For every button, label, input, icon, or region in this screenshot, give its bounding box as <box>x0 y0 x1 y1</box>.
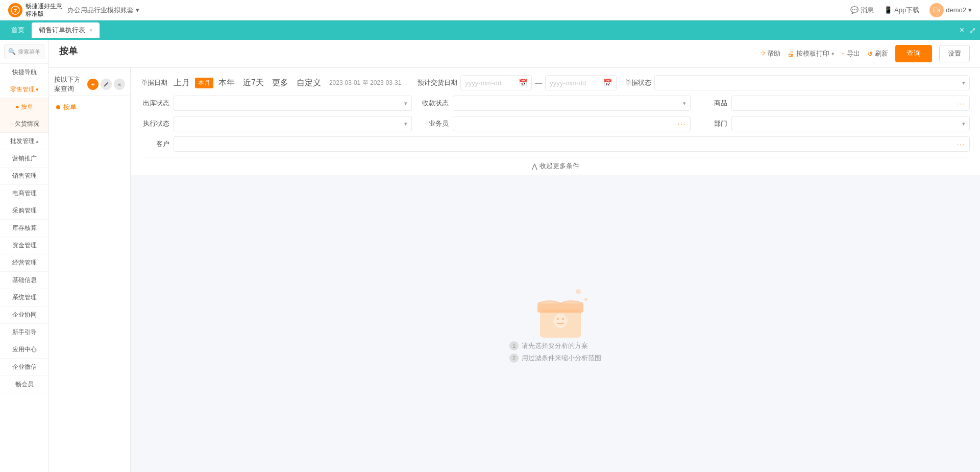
print-btn[interactable]: 🖨 按模板打印 ▾ <box>788 49 835 58</box>
out-stock-label: 出库状态 <box>141 99 169 108</box>
salesman-select[interactable]: ··· <box>453 116 691 131</box>
user-menu[interactable]: Ea demo2 ▾ <box>929 3 972 17</box>
shortcut-this-year[interactable]: 本年 <box>215 77 238 89</box>
sidebar-item-retail[interactable]: 零售管理 ▾ <box>0 81 48 99</box>
svg-rect-3 <box>537 303 583 313</box>
logo-icon <box>8 3 22 17</box>
search-icon: 🔍 <box>8 48 16 55</box>
collection-arrow-icon: ▾ <box>683 100 686 107</box>
sidebar-item-sales[interactable]: 销售管理 <box>0 168 48 185</box>
tab-close-btn[interactable]: × <box>89 27 92 33</box>
scheme-dot <box>56 105 60 109</box>
customer-select[interactable]: ··· <box>174 136 970 152</box>
shortcut-more[interactable]: 更多 <box>269 77 291 89</box>
sidebar-item-app-center[interactable]: 应用中心 <box>0 341 48 359</box>
sidebar-item-newbie[interactable]: 新手引导 <box>0 324 48 341</box>
breadcrumb[interactable]: 办公用品行业模拟账套 ▾ <box>67 6 139 15</box>
date-range-text: 2023-03-01 至 2023-03-31 <box>329 79 401 87</box>
filter-salesman: 业务员 ··· <box>420 116 691 131</box>
sidebar-item-finance[interactable]: 资金管理 <box>0 237 48 254</box>
shortcut-this-month[interactable]: 本月 <box>195 78 213 88</box>
sidebar-item-marketing[interactable]: 营销推广 <box>0 150 48 168</box>
svg-point-7 <box>557 318 559 320</box>
sidebar-item-wholesale[interactable]: 批发管理 ▴ <box>0 133 48 150</box>
exec-status-label: 执行状态 <box>141 119 169 128</box>
sidebar-sub-item-owe-goods[interactable]: ○ 欠货情况 <box>0 115 48 132</box>
predicted-date-label: 预计交货日期 <box>418 78 457 87</box>
tab-home[interactable]: 首页 <box>4 22 32 38</box>
logo: 畅捷通好生意 标准版 <box>8 3 62 17</box>
filter-dept: 部门 ▾ <box>699 116 970 131</box>
help-icon: ? <box>761 50 765 58</box>
filter-goods: 商品 ··· <box>699 96 970 111</box>
user-chevron-icon: ▾ <box>968 6 972 14</box>
logo-text: 畅捷通好生意 标准版 <box>26 3 62 17</box>
cal-start-icon: 📅 <box>519 79 527 87</box>
sidebar-item-purchase[interactable]: 采购管理 <box>0 202 48 220</box>
shortcut-last-month[interactable]: 上月 <box>170 77 193 89</box>
sidebar-search[interactable]: 🔍 搜索菜单 <box>0 40 48 64</box>
refresh-btn[interactable]: ↺ 刷新 <box>867 49 888 58</box>
fold-icon: ⋀ <box>532 162 537 170</box>
sidebar-item-inventory[interactable]: 库存核算 <box>0 220 48 237</box>
date-dash: — <box>535 79 542 87</box>
collection-select[interactable]: ▾ <box>453 96 691 111</box>
status-arrow-icon: ▾ <box>962 80 965 86</box>
sidebar-item-enterprise[interactable]: 企业协同 <box>0 306 48 324</box>
sidebar-item-wechat[interactable]: 企业微信 <box>0 359 48 376</box>
svg-point-8 <box>562 318 564 320</box>
collapse-panel-btn[interactable]: « <box>114 79 125 90</box>
predicted-date-end[interactable]: yyyy-mm-dd 📅 <box>545 75 617 90</box>
sidebar-item-operation[interactable]: 经营管理 <box>0 254 48 272</box>
print-arrow-icon: ▾ <box>831 51 835 57</box>
message-icon: 💬 <box>850 6 859 14</box>
goods-select[interactable]: ··· <box>731 96 970 111</box>
page-title: 按单 <box>59 45 78 62</box>
shortcut-7days[interactable]: 近7天 <box>240 77 267 89</box>
fold-conditions-btn[interactable]: ⋀ 收起更多条件 <box>141 157 970 175</box>
help-btn[interactable]: ? 帮助 <box>761 49 780 58</box>
filter-out-stock: 出库状态 ▾ <box>141 96 412 111</box>
exec-status-arrow-icon: ▾ <box>404 121 407 127</box>
svg-point-4 <box>576 289 581 294</box>
filter-exec-status: 执行状态 ▾ <box>141 116 412 131</box>
status-select[interactable]: ▾ <box>654 75 970 90</box>
avatar: Ea <box>929 3 944 17</box>
export-icon: ↑ <box>842 50 845 58</box>
dept-label: 部门 <box>699 119 727 128</box>
sidebar-sub-item-by-order[interactable]: ● 按单 <box>0 99 48 115</box>
customer-label: 客户 <box>141 139 169 149</box>
export-btn[interactable]: ↑ 导出 <box>842 49 861 58</box>
status-label: 单据状态 <box>625 78 651 87</box>
filter-panel: 单据日期 上月 本月 本年 近7天 更多 自定义 2023-03-01 至 20… <box>131 68 980 175</box>
sidebar-item-ecommerce[interactable]: 电商管理 <box>0 185 48 202</box>
sidebar-item-member[interactable]: 畅会员 <box>0 376 48 393</box>
add-scheme-btn[interactable]: + <box>87 79 99 90</box>
dept-select[interactable]: ▾ <box>731 116 970 131</box>
shortcut-custom[interactable]: 自定义 <box>293 77 324 89</box>
edit-scheme-btn[interactable] <box>101 79 112 90</box>
empty-tip-1: 1 请先选择要分析的方案 <box>509 341 601 350</box>
message-btn[interactable]: 💬 消息 <box>850 6 874 15</box>
app-download-btn[interactable]: 📱 App下载 <box>884 6 919 15</box>
setting-button[interactable]: 设置 <box>939 45 970 62</box>
scheme-panel: 按以下方案查询 + « 按单 <box>49 68 131 472</box>
filter-collection: 收款状态 ▾ <box>420 96 691 111</box>
scheme-item-by-order[interactable]: 按单 <box>49 99 130 115</box>
print-icon: 🖨 <box>788 50 794 58</box>
exec-status-select[interactable]: ▾ <box>174 116 412 131</box>
out-stock-select[interactable]: ▾ <box>174 96 412 111</box>
tab-sales-order[interactable]: 销售订单执行表 × <box>32 22 100 38</box>
query-button[interactable]: 查询 <box>895 45 932 62</box>
predicted-date-start[interactable]: yyyy-mm-dd 📅 <box>460 75 532 90</box>
sidebar-quick-nav[interactable]: 快捷导航 <box>0 64 48 81</box>
svg-point-5 <box>584 298 587 301</box>
sidebar-item-system[interactable]: 系统管理 <box>0 289 48 306</box>
empty-illustration <box>530 284 581 335</box>
download-icon: 📱 <box>884 6 892 14</box>
tab-expand-btn[interactable]: ⤢ <box>969 26 976 35</box>
wholesale-chevron-icon: ▴ <box>36 138 39 145</box>
sidebar-item-basic-info[interactable]: 基础信息 <box>0 272 48 289</box>
salesman-dots-icon: ··· <box>677 120 686 128</box>
tab-close-window-btn[interactable]: × <box>960 26 964 35</box>
